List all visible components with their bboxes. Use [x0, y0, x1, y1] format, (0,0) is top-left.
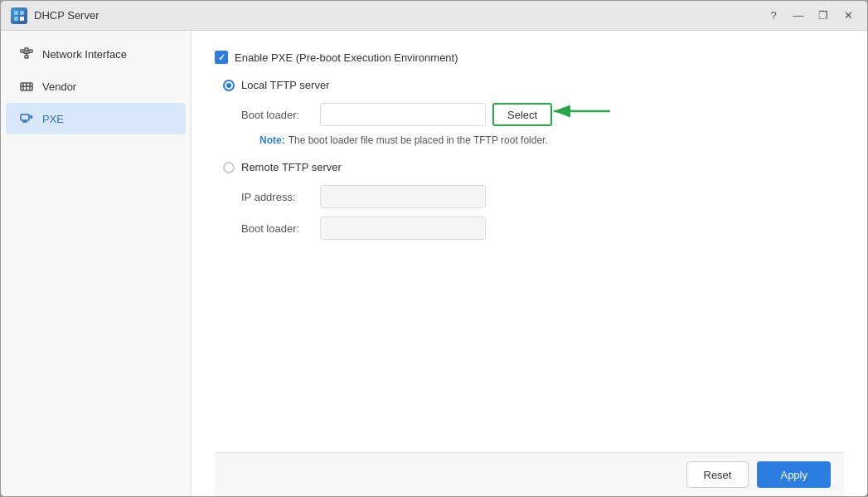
svg-rect-5: [25, 48, 28, 51]
local-form-section: Boot loader: Select: [241, 103, 844, 146]
window-controls: ? — ❐ ✕: [764, 7, 857, 25]
ip-address-label: IP address:: [241, 191, 320, 203]
reset-button[interactable]: Reset: [686, 461, 749, 488]
svg-rect-4: [21, 50, 24, 52]
svg-rect-3: [20, 17, 24, 21]
sidebar-item-vendor-label: Vendor: [42, 80, 76, 93]
main-content: Enable PXE (Pre-boot Execution Environme…: [215, 51, 844, 452]
sidebar-item-pxe[interactable]: PXE: [6, 103, 186, 134]
remote-tftp-row: Remote TFTP server: [223, 161, 844, 173]
minimize-button[interactable]: —: [789, 7, 807, 25]
svg-rect-0: [14, 11, 18, 15]
sidebar-item-network-label: Network Interface: [42, 48, 127, 61]
local-tftp-radio[interactable]: [223, 80, 235, 91]
remote-boot-loader-row: Boot loader:: [241, 217, 844, 240]
sidebar-item-vendor[interactable]: Vendor: [6, 71, 186, 102]
select-button[interactable]: Select: [492, 103, 552, 126]
remote-boot-loader-input[interactable]: [320, 217, 486, 240]
svg-rect-7: [25, 56, 28, 58]
svg-rect-16: [21, 115, 29, 120]
remote-tftp-label: Remote TFTP server: [241, 161, 342, 173]
note-content: The boot loader file must be placed in t…: [289, 134, 548, 146]
footer: Reset Apply: [215, 452, 844, 496]
ip-address-input[interactable]: [320, 185, 486, 208]
svg-rect-6: [29, 50, 32, 52]
pxe-icon: [19, 111, 34, 126]
help-button[interactable]: ?: [764, 7, 783, 25]
content-area: Network Interface Vendor: [1, 31, 867, 496]
enable-pxe-checkbox[interactable]: [215, 51, 228, 64]
close-button[interactable]: ✕: [839, 7, 857, 25]
enable-pxe-label: Enable PXE (Pre-boot Execution Environme…: [235, 51, 458, 64]
remote-boot-loader-label: Boot loader:: [241, 222, 320, 235]
svg-rect-1: [20, 11, 24, 15]
restore-button[interactable]: ❐: [814, 7, 832, 25]
remote-form-section: IP address: Boot loader:: [241, 185, 844, 240]
sidebar: Network Interface Vendor: [1, 31, 192, 496]
local-tftp-label: Local TFTP server: [241, 79, 329, 91]
remote-tftp-radio[interactable]: [223, 162, 235, 173]
enable-pxe-row: Enable PXE (Pre-boot Execution Environme…: [215, 51, 844, 64]
svg-rect-2: [14, 17, 18, 21]
sidebar-item-pxe-label: PXE: [42, 113, 64, 125]
vendor-icon: [19, 79, 34, 94]
dhcp-server-window: DHCP Server ? — ❐ ✕: [0, 0, 868, 497]
boot-loader-row: Boot loader: Select: [241, 103, 844, 126]
network-interface-icon: [19, 46, 34, 61]
note-row: Note: The boot loader file must be place…: [259, 134, 844, 146]
local-tftp-row: Local TFTP server: [223, 79, 844, 91]
ip-address-row: IP address:: [241, 185, 844, 208]
select-btn-container: Select: [486, 103, 552, 126]
boot-loader-input[interactable]: [320, 103, 486, 126]
green-arrow-indicator: [544, 100, 618, 123]
boot-loader-label: Boot loader:: [241, 109, 320, 121]
apply-button[interactable]: Apply: [757, 461, 831, 488]
titlebar: DHCP Server ? — ❐ ✕: [1, 1, 867, 31]
note-label-text: Note:: [259, 134, 285, 146]
radio-section: Local TFTP server Boot loader: Select: [223, 79, 844, 240]
sidebar-item-network-interface[interactable]: Network Interface: [6, 38, 186, 70]
app-icon: [11, 7, 27, 24]
main-panel: Enable PXE (Pre-boot Execution Environme…: [192, 31, 867, 496]
window-title: DHCP Server: [34, 9, 764, 22]
